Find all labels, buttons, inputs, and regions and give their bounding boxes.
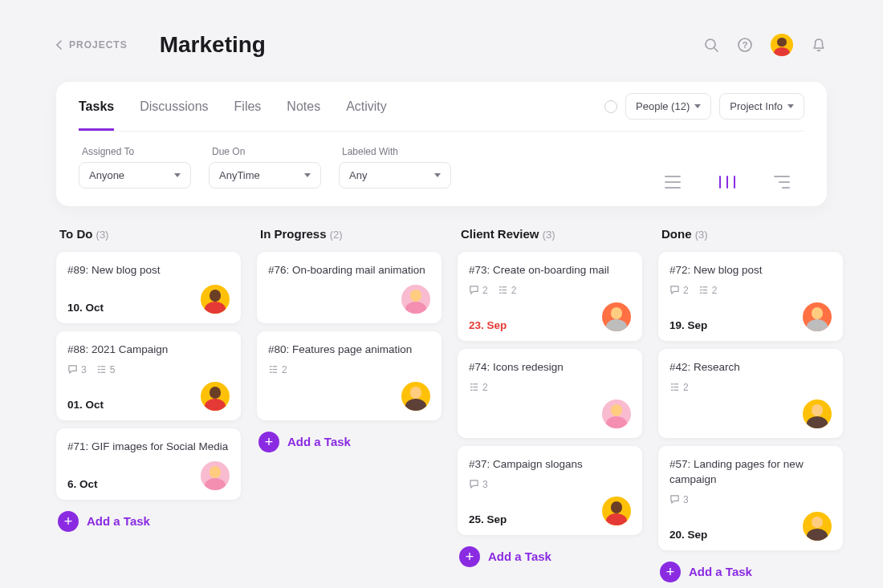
card-footer — [268, 382, 430, 411]
filter-due: Due On AnyTime — [209, 146, 321, 189]
user-avatar[interactable] — [771, 34, 793, 56]
chevron-down-icon — [304, 173, 311, 177]
card-date: 23. Sep — [469, 319, 507, 331]
search-icon[interactable] — [703, 37, 719, 53]
avatar — [602, 302, 631, 331]
timeline-view-icon[interactable] — [774, 176, 790, 189]
add-task-button[interactable]: +Add a Task — [658, 562, 843, 582]
task-card[interactable]: #74: Icons redesign2 — [458, 349, 642, 438]
task-card[interactable]: #42: Research2 — [658, 349, 843, 438]
add-task-button[interactable]: +Add a Task — [458, 546, 642, 567]
avatar — [803, 399, 832, 428]
tab-tasks[interactable]: Tasks — [79, 82, 114, 131]
project-info-dropdown[interactable]: Project Info — [719, 93, 804, 120]
card-date: 01. Oct — [67, 399, 104, 411]
tab-notes[interactable]: Notes — [287, 82, 320, 131]
task-card[interactable]: #57: Landing pages for new campaign320. … — [658, 446, 843, 550]
filter-labeled: Labeled With Any — [339, 146, 451, 189]
filters: Assigned To Anyone Due On AnyTime Labele… — [79, 146, 451, 189]
task-card[interactable]: #76: On-boarding mail animation — [257, 252, 442, 323]
task-card[interactable]: #80: Features page animation2 — [257, 331, 442, 420]
add-task-button[interactable]: +Add a Task — [56, 511, 241, 532]
filter-due-select[interactable]: AnyTime — [209, 162, 321, 189]
breadcrumb-label: PROJECTS — [69, 39, 128, 51]
avatar — [803, 302, 832, 331]
avatar — [401, 382, 430, 411]
task-card[interactable]: #89: New blog post10. Oct — [56, 252, 241, 323]
card-date: 25. Sep — [469, 513, 507, 525]
project-panel: TasksDiscussionsFilesNotesActivity Peopl… — [56, 82, 827, 206]
filter-due-label: Due On — [212, 146, 321, 157]
breadcrumb[interactable]: PROJECTS — [56, 39, 128, 51]
avatar — [602, 497, 631, 525]
card-meta: 22 — [469, 285, 631, 296]
help-icon[interactable]: ? — [737, 37, 753, 53]
column-header: Done (3) — [658, 227, 843, 241]
people-label: People (12) — [636, 100, 690, 112]
tabs-row: TasksDiscussionsFilesNotesActivity Peopl… — [79, 82, 804, 132]
add-task-button[interactable]: +Add a Task — [257, 432, 442, 452]
people-dropdown[interactable]: People (12) — [625, 93, 711, 120]
column-count: (3) — [543, 229, 555, 241]
column: Done (3)#72: New blog post2219. Sep#42: … — [658, 227, 843, 582]
card-title: #57: Landing pages for new campaign — [669, 457, 832, 488]
status-dot[interactable] — [604, 100, 617, 113]
avatar — [401, 285, 430, 314]
column-title: Done — [661, 227, 692, 241]
column-header: Client Review (3) — [458, 227, 642, 241]
comments-count: 3 — [669, 494, 689, 505]
subtasks-count: 2 — [698, 285, 718, 296]
tab-activity[interactable]: Activity — [346, 82, 387, 131]
plus-icon: + — [258, 432, 279, 452]
filters-row: Assigned To Anyone Due On AnyTime Labele… — [79, 132, 804, 206]
topbar-left: PROJECTS Marketing — [56, 32, 266, 58]
task-card[interactable]: #72: New blog post2219. Sep — [658, 252, 843, 341]
task-card[interactable]: #73: Create on-boarding mail2223. Sep — [458, 252, 642, 341]
tab-discussions[interactable]: Discussions — [140, 82, 208, 131]
task-card[interactable]: #37: Campaign slogans325. Sep — [458, 446, 642, 535]
card-meta: 3 — [669, 494, 832, 505]
svg-line-1 — [714, 48, 718, 51]
board-view-icon[interactable] — [719, 176, 735, 189]
filter-labeled-select[interactable]: Any — [339, 162, 451, 189]
subtasks-count: 2 — [498, 285, 517, 296]
card-footer: 10. Oct — [67, 285, 230, 314]
list-view-icon[interactable] — [665, 176, 681, 189]
page-title: Marketing — [160, 32, 266, 58]
plus-icon: + — [660, 562, 681, 582]
filter-assigned-select[interactable]: Anyone — [79, 162, 191, 189]
subtasks-count: 2 — [268, 364, 287, 375]
avatar — [201, 382, 230, 411]
task-card[interactable]: #88: 2021 Campaign3501. Oct — [56, 331, 241, 420]
card-title: #89: New blog post — [67, 263, 230, 278]
add-task-label: Add a Task — [689, 565, 752, 578]
svg-point-0 — [706, 39, 715, 49]
card-title: #37: Campaign slogans — [469, 457, 631, 472]
card-date: 19. Sep — [669, 319, 707, 331]
task-card[interactable]: #71: GIF images for Social Media6. Oct — [56, 428, 241, 500]
card-footer: 25. Sep — [469, 497, 631, 525]
filter-labeled-label: Labeled With — [342, 146, 451, 157]
avatar — [201, 285, 230, 314]
card-footer: 23. Sep — [469, 302, 631, 331]
filter-assigned-label: Assigned To — [82, 146, 191, 157]
card-footer: 19. Sep — [669, 302, 832, 331]
bell-icon[interactable] — [811, 37, 827, 53]
card-footer: 6. Oct — [67, 461, 230, 490]
card-title: #88: 2021 Campaign — [67, 343, 230, 358]
comments-count: 3 — [67, 364, 87, 375]
tab-files[interactable]: Files — [234, 82, 262, 131]
plus-icon: + — [58, 511, 79, 532]
plus-icon: + — [459, 546, 480, 567]
subtasks-count: 5 — [96, 364, 116, 375]
chevron-down-icon — [434, 173, 441, 177]
column-title: In Progress — [260, 227, 327, 241]
project-info-label: Project Info — [730, 100, 783, 112]
card-meta: 2 — [469, 382, 631, 393]
subtasks-count: 2 — [469, 382, 488, 393]
view-switcher — [665, 176, 790, 189]
card-title: #71: GIF images for Social Media — [67, 440, 230, 455]
column: To Do (3)#89: New blog post10. Oct#88: 2… — [56, 227, 241, 582]
card-date: 10. Oct — [67, 302, 104, 314]
comments-count: 2 — [669, 285, 689, 296]
